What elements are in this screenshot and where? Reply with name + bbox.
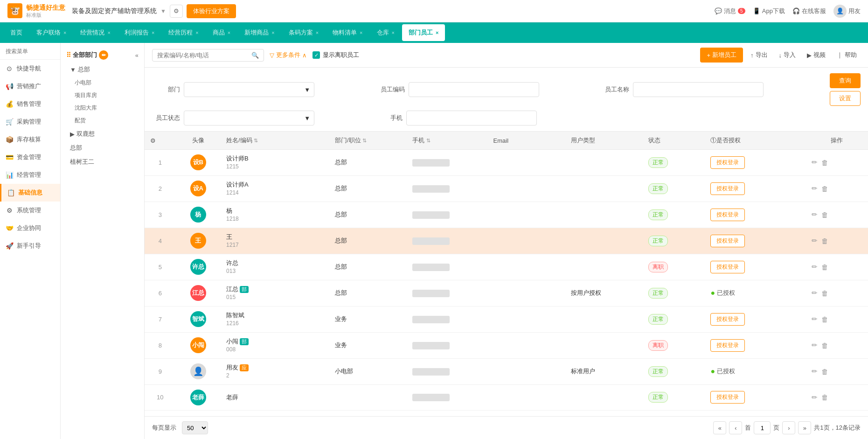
app-download-item[interactable]: 📱 App下载 bbox=[753, 7, 785, 15]
auth-login-btn[interactable]: 授权登录 bbox=[710, 339, 745, 352]
dept-node-hq2[interactable]: 总部 bbox=[61, 141, 144, 155]
col-phone-sort[interactable]: ⇅ bbox=[426, 138, 431, 143]
last-page-btn[interactable]: » bbox=[798, 421, 811, 434]
sidebar-item-inventory[interactable]: 📦 库存核算 bbox=[0, 131, 60, 148]
page-size-select[interactable]: 50 100 200 bbox=[182, 421, 208, 434]
sidebar-search-input[interactable] bbox=[6, 48, 61, 55]
view-btn[interactable]: ▶ 视频 bbox=[803, 48, 829, 62]
emp-name-input[interactable] bbox=[633, 82, 764, 97]
tab-staff-close[interactable]: × bbox=[436, 30, 438, 35]
delete-icon[interactable]: 🗑 bbox=[821, 159, 828, 167]
show-resigned-checkbox[interactable]: ✓ bbox=[312, 51, 320, 59]
delete-icon[interactable]: 🗑 bbox=[821, 341, 828, 349]
setting-btn[interactable]: 设置 bbox=[830, 91, 861, 106]
tab-profit[interactable]: 利润报告 × bbox=[118, 24, 161, 41]
tab-add-goods-close[interactable]: × bbox=[271, 30, 274, 35]
edit-icon[interactable]: ✏ bbox=[812, 263, 818, 271]
gear-button[interactable]: ⚙ bbox=[170, 5, 183, 18]
first-page-btn[interactable]: « bbox=[713, 421, 726, 434]
show-resigned-toggle[interactable]: ✓ 显示离职员工 bbox=[312, 51, 359, 59]
tab-customer-close[interactable]: × bbox=[63, 30, 66, 35]
emp-code-input[interactable] bbox=[409, 82, 539, 97]
export-btn[interactable]: ↑ 导出 bbox=[747, 48, 771, 62]
tab-history[interactable]: 经营历程 × bbox=[162, 24, 205, 41]
more-filter-btn[interactable]: ▽ 更多条件 ∧ bbox=[270, 51, 307, 59]
sidebar-item-collab[interactable]: 🤝 企业协同 bbox=[0, 219, 60, 237]
tab-customer[interactable]: 客户联络 × bbox=[30, 24, 73, 41]
phone-input[interactable] bbox=[406, 111, 537, 125]
edit-icon[interactable]: ✏ bbox=[812, 393, 818, 402]
page-input[interactable] bbox=[754, 421, 771, 434]
auth-login-btn[interactable]: 授权登录 bbox=[710, 182, 745, 195]
query-btn[interactable]: 查询 bbox=[830, 73, 861, 88]
dept-collapse-btn[interactable]: « bbox=[135, 52, 139, 59]
user-area[interactable]: 👤 用友 bbox=[833, 5, 861, 18]
delete-icon[interactable]: 🗑 bbox=[821, 368, 828, 376]
dept-sub-shenyang[interactable]: 沈阳大库 bbox=[61, 102, 144, 114]
col-name-sort[interactable]: ⇅ bbox=[254, 138, 258, 143]
auth-login-btn[interactable]: 授权登录 bbox=[710, 235, 745, 247]
delete-icon[interactable]: 🗑 bbox=[821, 237, 828, 245]
sidebar-item-quicknav[interactable]: ⊙ 快捷导航 bbox=[0, 60, 60, 77]
sidebar-item-system[interactable]: ⚙ 系统管理 bbox=[0, 202, 60, 219]
edit-icon[interactable]: ✏ bbox=[812, 341, 818, 349]
edit-icon[interactable]: ✏ bbox=[812, 289, 818, 297]
trial-button[interactable]: 体验行业方案 bbox=[187, 4, 236, 18]
message-item[interactable]: 💬 消息 5 bbox=[715, 7, 745, 15]
dept-node-zhishu[interactable]: 植树王二 bbox=[61, 155, 144, 169]
dept-sub-project[interactable]: 项目库房 bbox=[61, 89, 144, 102]
next-page-btn[interactable]: › bbox=[782, 421, 795, 434]
delete-icon[interactable]: 🗑 bbox=[821, 315, 828, 323]
edit-icon[interactable]: ✏ bbox=[812, 184, 818, 193]
help-btn[interactable]: ｜ 帮助 bbox=[833, 48, 861, 62]
col-dept-sort[interactable]: ⇅ bbox=[362, 138, 367, 143]
tab-staff[interactable]: 部门员工 × bbox=[402, 24, 445, 41]
delete-icon[interactable]: 🗑 bbox=[821, 211, 828, 219]
emp-status-select[interactable]: ▼ bbox=[184, 111, 314, 125]
tab-warehouse[interactable]: 仓库 × bbox=[370, 24, 401, 41]
tab-warehouse-close[interactable]: × bbox=[392, 30, 395, 35]
tab-home[interactable]: 首页 bbox=[4, 24, 29, 41]
auth-login-btn[interactable]: 授权登录 bbox=[710, 209, 745, 221]
dept-add-btn[interactable]: ✏ bbox=[99, 50, 108, 60]
dept-sub-electronics[interactable]: 小电部 bbox=[61, 77, 144, 89]
delete-icon[interactable]: 🗑 bbox=[821, 289, 828, 297]
tab-history-close[interactable]: × bbox=[195, 30, 198, 35]
auth-login-btn[interactable]: 授权登录 bbox=[710, 391, 745, 404]
search-input[interactable] bbox=[157, 52, 249, 59]
sidebar-item-marketing[interactable]: 📢 营销推广 bbox=[0, 77, 60, 95]
add-staff-btn[interactable]: + 新增员工 bbox=[700, 48, 743, 63]
tab-profit-close[interactable]: × bbox=[152, 30, 154, 35]
edit-icon[interactable]: ✏ bbox=[812, 158, 818, 167]
edit-icon[interactable]: ✏ bbox=[812, 210, 818, 219]
edit-icon[interactable]: ✏ bbox=[812, 367, 818, 376]
online-service-item[interactable]: 🎧 在线客服 bbox=[792, 7, 826, 15]
dept-select[interactable]: ▼ bbox=[184, 82, 314, 97]
sidebar-item-purchase[interactable]: 🛒 采购管理 bbox=[0, 113, 60, 131]
auth-login-btn[interactable]: 授权登录 bbox=[710, 261, 745, 273]
sidebar-item-finance[interactable]: 💳 资金管理 bbox=[0, 148, 60, 166]
tab-goods[interactable]: 商品 × bbox=[206, 24, 237, 41]
tab-add-goods[interactable]: 新增商品 × bbox=[238, 24, 281, 41]
tab-bom-close[interactable]: × bbox=[360, 30, 362, 35]
tab-barcode[interactable]: 条码方案 × bbox=[282, 24, 325, 41]
dept-node-headquarters[interactable]: ▼ 总部 bbox=[61, 63, 144, 77]
auth-login-btn[interactable]: 授权登录 bbox=[710, 156, 745, 169]
sidebar-item-sales[interactable]: 💰 销售管理 bbox=[0, 95, 60, 113]
edit-icon[interactable]: ✏ bbox=[812, 237, 818, 245]
tab-barcode-close[interactable]: × bbox=[316, 30, 319, 35]
dept-sub-delivery[interactable]: 配货 bbox=[61, 114, 144, 127]
sidebar-item-guide[interactable]: 🚀 新手引导 bbox=[0, 237, 60, 255]
delete-icon[interactable]: 🗑 bbox=[821, 263, 828, 271]
dept-node-shuangluxiang[interactable]: ▶ 双鹿想 bbox=[61, 127, 144, 141]
tab-operation[interactable]: 经营情况 × bbox=[74, 24, 117, 41]
tab-goods-close[interactable]: × bbox=[228, 30, 230, 35]
system-dropdown-arrow[interactable]: ▼ bbox=[160, 8, 166, 14]
delete-icon[interactable]: 🗑 bbox=[821, 393, 828, 401]
sidebar-item-basic[interactable]: 📋 基础信息 bbox=[0, 184, 60, 202]
tab-operation-close[interactable]: × bbox=[107, 30, 110, 35]
sidebar-item-management[interactable]: 📊 经营管理 bbox=[0, 166, 60, 184]
auth-login-btn[interactable]: 授权登录 bbox=[710, 313, 745, 326]
delete-icon[interactable]: 🗑 bbox=[821, 185, 828, 193]
edit-icon[interactable]: ✏ bbox=[812, 315, 818, 323]
